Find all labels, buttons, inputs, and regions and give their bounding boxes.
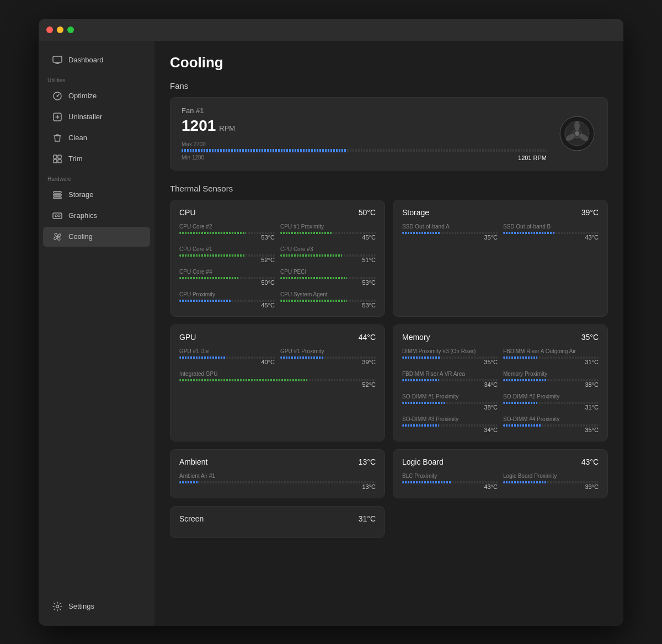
sensor-item: CPU Core #3 51°C <box>280 246 376 263</box>
screen-card-header: Screen 31°C <box>179 514 376 523</box>
close-button[interactable] <box>46 26 53 33</box>
svg-point-12 <box>55 215 57 217</box>
sidebar-item-dashboard[interactable]: Dashboard <box>43 50 150 70</box>
logic-board-card-temp: 43°C <box>581 457 599 466</box>
sensor-item: CPU Core #1 52°C <box>179 246 275 263</box>
sensor-item: GPU #1 Die 40°C <box>179 348 275 365</box>
minimize-button[interactable] <box>57 26 63 33</box>
sidebar-item-label: Clean <box>68 134 87 142</box>
svg-rect-4 <box>54 155 57 158</box>
screen-card-temp: 31°C <box>359 514 376 523</box>
sidebar-item-uninstaller[interactable]: Uninstaller <box>43 107 150 127</box>
logic-board-sensor-card: Logic Board 43°C BLC Proximity 43°C Logi… <box>393 449 608 498</box>
sensor-item: GPU #1 Proximity 39°C <box>280 348 376 365</box>
gpu-card-header: GPU 44°C <box>179 333 376 342</box>
storage-card-title: Storage <box>402 208 429 217</box>
sidebar-item-label: Dashboard <box>68 56 104 64</box>
svg-rect-10 <box>54 197 61 199</box>
gear-icon <box>52 601 63 612</box>
sensor-item: Ambient Air #1 13°C <box>179 473 376 490</box>
sensor-item: CPU Core #4 50°C <box>179 269 275 286</box>
fan-min-label: Min 1200 <box>181 155 204 161</box>
sensor-item: Integrated GPU 52°C <box>179 371 376 388</box>
cpu-card-header: CPU 50°C <box>179 208 376 217</box>
fullscreen-button[interactable] <box>67 26 74 33</box>
sensor-item: CPU #1 Proximity 45°C <box>280 223 376 241</box>
svg-point-2 <box>57 95 58 97</box>
sidebar-item-storage[interactable]: Storage <box>43 185 150 205</box>
sidebar-item-trim[interactable]: Trim <box>43 149 150 169</box>
sidebar-item-graphics[interactable]: Graphics <box>43 206 150 226</box>
storage-card-temp: 39°C <box>581 208 599 217</box>
sidebar-item-clean[interactable]: Clean <box>43 128 150 148</box>
logic-board-card-title: Logic Board <box>402 457 444 466</box>
sensor-item: CPU System Agent 53°C <box>280 291 376 308</box>
fan-visual <box>558 114 596 153</box>
sensor-item: FBDIMM Riser A Outgoing Air 31°C <box>503 348 599 365</box>
memory-sensors: DIMM Proximity #3 (On Riser) 35°C FBDIMM… <box>402 348 599 433</box>
sidebar-item-label: Uninstaller <box>68 113 102 121</box>
app-icon <box>52 111 63 123</box>
sensor-item: SO-DIMM #2 Proximity 31°C <box>503 393 599 411</box>
cpu-card-temp: 50°C <box>359 208 376 217</box>
sidebar-item-settings[interactable]: Settings <box>43 597 150 616</box>
memory-card-header: Memory 35°C <box>402 333 599 342</box>
cpu-sensor-card: CPU 50°C CPU Core #2 53°C CPU #1 Proximi… <box>170 200 385 317</box>
memory-card-temp: 35°C <box>581 333 599 342</box>
sidebar-item-label: Optimize <box>68 92 97 100</box>
app-body: Dashboard Utilities Optimize <box>39 41 623 626</box>
sidebar-item-label: Cooling <box>68 232 93 241</box>
fan-info: Fan #1 1201 RPM Max 2700 Min 1200 <box>181 107 547 161</box>
storage-sensors: SSD Out-of-band A 35°C SSD Out-of-band B… <box>402 223 599 241</box>
svg-rect-6 <box>54 159 57 163</box>
svg-rect-8 <box>54 191 61 193</box>
sensor-item: SO-DIMM #1 Proximity 38°C <box>402 393 498 411</box>
memory-sensor-card: Memory 35°C DIMM Proximity #3 (On Riser)… <box>393 324 608 441</box>
gpu-sensor-card: GPU 44°C GPU #1 Die 40°C GPU #1 Proximit… <box>170 324 385 441</box>
traffic-lights <box>46 26 74 33</box>
fan-rpm-value: 1201 <box>181 117 216 135</box>
screen-sensor-card: Screen 31°C <box>170 506 385 538</box>
sensor-item: Logic Board Proximity 39°C <box>503 473 599 490</box>
ambient-sensors: Ambient Air #1 13°C <box>179 473 376 490</box>
main-content: Cooling Fans Fan #1 1201 RPM Max 2700 <box>154 41 623 626</box>
screen-card-title: Screen <box>179 514 204 523</box>
fan-rpm-row: 1201 RPM <box>181 117 547 135</box>
memory-card-title: Memory <box>402 333 430 342</box>
gpu-sensors: GPU #1 Die 40°C GPU #1 Proximity 39°C In… <box>179 348 376 388</box>
storage-sensor-card: Storage 39°C SSD Out-of-band A 35°C SSD … <box>393 200 608 317</box>
sidebar-item-label: Settings <box>68 602 94 610</box>
sidebar: Dashboard Utilities Optimize <box>39 41 154 626</box>
sensor-item: DIMM Proximity #3 (On Riser) 35°C <box>402 348 498 365</box>
ambient-sensor-card: Ambient 13°C Ambient Air #1 13°C <box>170 449 385 498</box>
svg-point-13 <box>58 215 60 217</box>
fan-current-display: 1201 RPM <box>518 155 547 161</box>
svg-rect-7 <box>58 159 61 163</box>
page-title: Cooling <box>170 54 608 71</box>
fan-rpm-unit: RPM <box>219 124 235 132</box>
fan-card: Fan #1 1201 RPM Max 2700 Min 1200 <box>170 97 608 171</box>
svg-rect-0 <box>53 56 62 62</box>
svg-rect-9 <box>54 194 61 196</box>
thermal-section-title: Thermal Sensors <box>170 184 608 193</box>
gpu-card-title: GPU <box>179 333 196 342</box>
sensor-item: FBDIMM Riser A VR Area 34°C <box>402 371 498 388</box>
hardware-section-label: Hardware <box>39 169 154 184</box>
fan-max-label: Max 2700 <box>181 141 206 147</box>
sensor-item: SO-DIMM #4 Proximity 35°C <box>503 416 599 433</box>
sidebar-item-cooling[interactable]: Cooling <box>43 227 150 247</box>
fan-name: Fan #1 <box>181 107 547 115</box>
sidebar-item-label: Graphics <box>68 211 97 220</box>
app-window: Dashboard Utilities Optimize <box>39 19 623 626</box>
sensor-item: BLC Proximity 43°C <box>402 473 498 490</box>
title-bar <box>39 19 623 41</box>
sensor-item: SSD Out-of-band B 43°C <box>503 223 599 241</box>
storage-card-header: Storage 39°C <box>402 208 599 217</box>
sensor-item: CPU PECI 53°C <box>280 269 376 286</box>
svg-point-23 <box>575 131 579 136</box>
monitor-icon <box>52 55 63 66</box>
cpu-card-title: CPU <box>179 208 196 217</box>
thermal-grid: CPU 50°C CPU Core #2 53°C CPU #1 Proximi… <box>170 200 608 538</box>
sidebar-item-optimize[interactable]: Optimize <box>43 86 150 106</box>
sensor-item: CPU Core #2 53°C <box>179 223 275 241</box>
